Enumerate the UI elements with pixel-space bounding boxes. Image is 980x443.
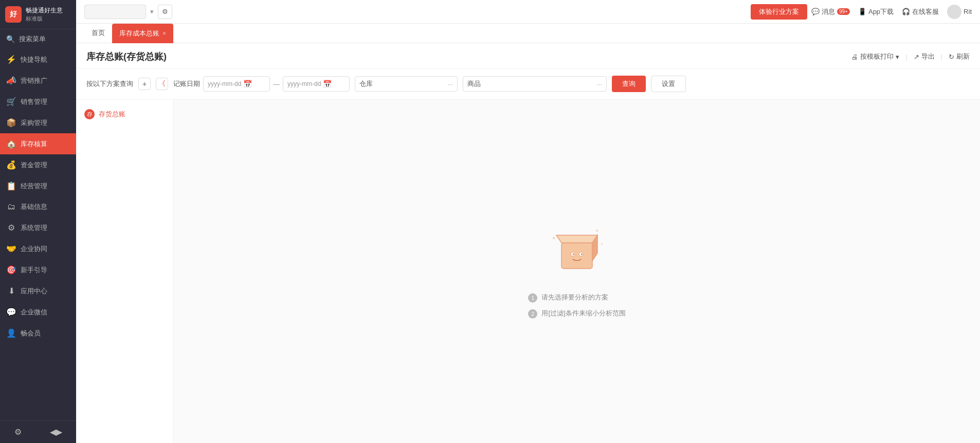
purchase-icon: 📦 xyxy=(6,118,16,128)
sidebar-item-marketing[interactable]: 📣 营销推广 xyxy=(0,70,76,91)
sidebar-item-apps[interactable]: ⬇ 应用中心 xyxy=(0,280,76,302)
sidebar-item-newbie[interactable]: 🎯 新手引导 xyxy=(0,259,76,280)
print-chevron-icon: ▾ xyxy=(896,53,899,61)
svg-point-6 xyxy=(580,253,582,255)
svg-rect-0 xyxy=(561,243,592,269)
sidebar-item-inventory[interactable]: 🏠 库存核算 xyxy=(0,133,76,154)
tab-inventory-ledger[interactable]: 库存成本总账 × xyxy=(112,24,173,43)
sidebar-item-wechat[interactable]: 💬 企业微信 xyxy=(0,302,76,323)
right-main: ✦ ✦ ✦ 1 请先选择要分析的方案 2 用[过滤]条件来缩小分析范围 xyxy=(174,100,980,443)
wechat-icon: 💬 xyxy=(6,307,16,317)
date-start-input[interactable]: yyyy-mm-dd 📅 xyxy=(203,76,270,92)
username-label: Rit xyxy=(964,8,972,15)
apps-icon: ⬇ xyxy=(6,286,16,296)
export-icon: ↗ xyxy=(914,53,919,61)
member-icon: 👤 xyxy=(6,328,16,338)
message-btn[interactable]: 💬 消息 99+ xyxy=(811,7,850,16)
print-icon: 🖨 xyxy=(851,53,858,61)
svg-marker-1 xyxy=(556,235,597,243)
newbie-icon: 🎯 xyxy=(6,265,16,275)
hint-num-1: 1 xyxy=(528,293,537,303)
sidebar-item-operations[interactable]: 📋 经营管理 xyxy=(0,175,76,197)
settings-btn[interactable]: 设置 xyxy=(651,76,686,92)
query-btn[interactable]: 查询 xyxy=(612,76,646,92)
divider2: | xyxy=(941,53,942,61)
main-area: ▾ ⚙ 体验行业方案 💬 消息 99+ 📱 App下载 🎧 在线客服 Rit xyxy=(76,0,980,443)
export-btn[interactable]: ↗ 导出 xyxy=(914,52,935,61)
page-header: 库存总账(存货总账) 🖨 按模板打印 ▾ | ↗ 导出 | ↻ xyxy=(76,43,980,68)
calendar-start-icon: 📅 xyxy=(243,80,252,88)
sales-icon: 🛒 xyxy=(6,97,16,107)
filter-add-btn[interactable]: + xyxy=(138,78,151,90)
system-icon: ⚙ xyxy=(6,223,16,233)
page: 库存总账(存货总账) 🖨 按模板打印 ▾ | ↗ 导出 | ↻ xyxy=(76,43,980,443)
scheme-icon: 存 xyxy=(84,109,95,119)
date-end-input[interactable]: yyyy-mm-dd 📅 xyxy=(283,76,350,92)
page-title: 库存总账(存货总账) xyxy=(86,50,167,63)
tab-close-icon[interactable]: × xyxy=(162,30,166,37)
sidebar-item-enterprise[interactable]: 🤝 企业协同 xyxy=(0,238,76,259)
sidebar-item-sales[interactable]: 🛒 销售管理 xyxy=(0,91,76,112)
filter-collapse-btn[interactable]: 《 xyxy=(156,78,168,90)
sidebar-bottom: ⚙ ◀▶ xyxy=(0,420,76,443)
page-header-actions: 🖨 按模板打印 ▾ | ↗ 导出 | ↻ 刷新 xyxy=(851,52,970,61)
tab-home[interactable]: 首页 xyxy=(84,24,112,43)
divider: | xyxy=(905,53,907,61)
refresh-icon: ↻ xyxy=(949,53,954,61)
sidebar-item-basics[interactable]: 🗂 基础信息 xyxy=(0,197,76,217)
empty-hint-1: 1 请先选择要分析的方案 xyxy=(528,293,608,303)
topbar-right: 💬 消息 99+ 📱 App下载 🎧 在线客服 Rit xyxy=(811,5,972,19)
date-dash: — xyxy=(273,80,280,88)
date-label: 记账日期 xyxy=(173,79,200,88)
avatar xyxy=(947,5,961,19)
message-badge: 99+ xyxy=(837,8,850,15)
sidebar-collapse-btn[interactable]: ◀▶ xyxy=(46,425,66,439)
app-logo-icon: 好 xyxy=(5,6,22,23)
topbar-gear-icon[interactable]: ⚙ xyxy=(158,5,172,19)
empty-illustration: ✦ ✦ ✦ xyxy=(546,225,608,276)
search-icon: 🔍 xyxy=(6,35,15,43)
print-template-btn[interactable]: 🖨 按模板打印 ▾ xyxy=(851,52,899,61)
sidebar-item-purchase[interactable]: 📦 采购管理 xyxy=(0,112,76,133)
tabs-bar: 首页 库存成本总账 × xyxy=(76,24,980,43)
sidebar-item-finance[interactable]: 💰 资金管理 xyxy=(0,154,76,175)
left-panel: 存 存货总账 xyxy=(76,100,174,443)
basics-icon: 🗂 xyxy=(6,202,16,211)
industry-btn[interactable]: 体验行业方案 xyxy=(751,4,807,20)
filter-label: 按以下方案查询 xyxy=(86,79,133,88)
content-area: 库存总账(存货总账) 🖨 按模板打印 ▾ | ↗ 导出 | ↻ xyxy=(76,43,980,443)
topbar-breadcrumb: ▾ ⚙ xyxy=(84,5,747,19)
svg-text:✦: ✦ xyxy=(600,242,604,246)
goods-filter[interactable]: 商品 ··· xyxy=(463,76,607,92)
enterprise-icon: 🤝 xyxy=(6,244,16,254)
finance-icon: 💰 xyxy=(6,160,16,170)
sidebar-nav: ⚡ 快捷导航 📣 营销推广 🛒 销售管理 📦 采购管理 🏠 库存核算 💰 资金管… xyxy=(0,49,76,420)
sidebar-item-quick-nav[interactable]: ⚡ 快捷导航 xyxy=(0,49,76,70)
refresh-btn[interactable]: ↻ 刷新 xyxy=(949,52,970,61)
svg-text:✦: ✦ xyxy=(595,228,599,234)
headset-icon: 🎧 xyxy=(902,8,910,15)
phone-icon: 📱 xyxy=(858,8,866,15)
marketing-icon: 📣 xyxy=(6,76,16,85)
inventory-icon: 🏠 xyxy=(6,139,16,149)
app-download-btn[interactable]: 📱 App下载 xyxy=(858,7,894,16)
chevron-down-icon[interactable]: ▾ xyxy=(150,8,154,15)
online-support-btn[interactable]: 🎧 在线客服 xyxy=(902,7,939,16)
warehouse-filter[interactable]: 仓库 ··· xyxy=(355,76,458,92)
sidebar-item-system[interactable]: ⚙ 系统管理 xyxy=(0,217,76,238)
goods-more-icon: ··· xyxy=(596,80,602,88)
topbar-fake-input xyxy=(84,5,146,19)
empty-hint-2: 2 用[过滤]条件来缩小分析范围 xyxy=(528,309,625,318)
sidebar-item-member[interactable]: 👤 畅会员 xyxy=(0,323,76,344)
app-logo-text: 畅捷通好生意 标准版 xyxy=(26,7,63,22)
user-avatar[interactable]: Rit xyxy=(947,5,972,19)
filter-date-group: 记账日期 yyyy-mm-dd 📅 — yyyy-mm-dd 📅 xyxy=(173,76,350,92)
sidebar-settings-btn[interactable]: ⚙ xyxy=(10,425,26,439)
topbar: ▾ ⚙ 体验行业方案 💬 消息 99+ 📱 App下载 🎧 在线客服 Rit xyxy=(76,0,980,24)
quick-nav-icon: ⚡ xyxy=(6,55,16,64)
warehouse-more-icon: ··· xyxy=(447,80,453,88)
operations-icon: 📋 xyxy=(6,181,16,191)
svg-point-5 xyxy=(572,253,574,255)
scheme-item-inventory[interactable]: 存 存货总账 xyxy=(76,105,173,123)
sidebar-search[interactable]: 🔍 搜索菜单 xyxy=(0,29,76,49)
